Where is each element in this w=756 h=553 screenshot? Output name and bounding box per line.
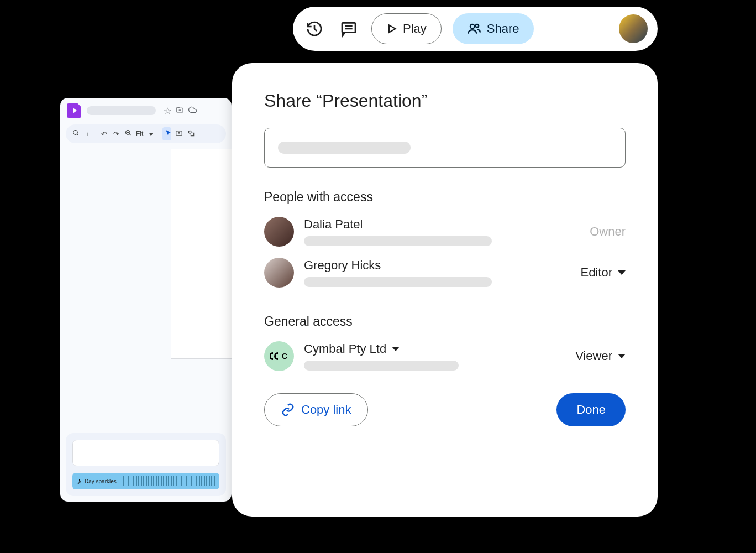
slide-canvas[interactable]	[171, 149, 232, 359]
audio-track-label: Day sparkles	[85, 478, 117, 484]
dialog-title: Share “Presentation”	[264, 91, 626, 111]
doc-title-placeholder[interactable]	[87, 106, 156, 115]
svg-rect-8	[342, 23, 355, 32]
person-name: Dalia Patel	[304, 217, 580, 232]
move-folder-icon[interactable]	[176, 106, 184, 116]
email-placeholder	[304, 277, 492, 287]
star-icon[interactable]: ☆	[164, 106, 171, 116]
toolbar-divider	[159, 129, 159, 139]
play-label: Play	[403, 22, 427, 36]
play-icon	[386, 23, 397, 34]
share-people-icon	[467, 22, 481, 36]
svg-text:C: C	[282, 352, 287, 361]
share-button[interactable]: Share	[453, 13, 534, 44]
app-toolbar: + ↶ ↷ Fit ▾	[66, 124, 226, 143]
svg-point-11	[476, 24, 479, 27]
role-dropdown[interactable]: Viewer	[575, 349, 626, 363]
chevron-down-icon	[392, 347, 400, 351]
role-label: Editor	[581, 265, 612, 280]
done-label: Done	[576, 403, 606, 417]
music-note-icon: ♪	[77, 476, 81, 486]
person-avatar	[264, 258, 294, 288]
email-placeholder	[304, 236, 492, 246]
general-access-header: General access	[264, 314, 626, 329]
svg-point-0	[73, 131, 77, 135]
done-button[interactable]: Done	[556, 393, 626, 426]
undo-icon[interactable]: ↶	[99, 130, 108, 138]
org-description-placeholder	[304, 361, 459, 371]
app-logo-icon	[67, 103, 81, 118]
redo-icon[interactable]: ↷	[112, 130, 120, 138]
play-button[interactable]: Play	[371, 13, 442, 44]
top-toolbar: Play Share	[293, 7, 658, 51]
comments-button[interactable]	[337, 17, 360, 40]
person-avatar	[264, 217, 294, 247]
toolbar-divider	[96, 129, 96, 139]
background-app-window: ☆ + ↶ ↷ Fit ▾	[60, 98, 232, 502]
zoom-out-icon[interactable]	[124, 129, 133, 138]
cursor-icon[interactable]	[162, 127, 171, 140]
user-avatar[interactable]	[619, 14, 648, 43]
svg-line-4	[129, 134, 131, 135]
waveform-icon	[120, 476, 215, 486]
timeline-input[interactable]	[72, 440, 219, 466]
person-row: Dalia Patel Owner	[264, 217, 626, 247]
copy-link-button[interactable]: Copy link	[264, 393, 368, 426]
svg-point-10	[470, 24, 475, 29]
shapes-icon[interactable]	[187, 129, 196, 139]
role-label: Viewer	[575, 349, 612, 363]
org-name-dropdown[interactable]: Cymbal Pty Ltd	[304, 342, 565, 356]
role-dropdown[interactable]: Editor	[581, 265, 626, 280]
chevron-down-icon[interactable]: ▾	[146, 130, 155, 138]
person-row: Gregory Hicks Editor	[264, 258, 626, 288]
bottom-panel: ♪ Day sparkles	[66, 433, 226, 496]
svg-marker-9	[389, 25, 396, 32]
org-row: C Cymbal Pty Ltd Viewer	[264, 341, 626, 371]
textbox-icon[interactable]	[175, 129, 183, 139]
chevron-down-icon	[618, 270, 626, 275]
org-logo-icon: C	[264, 341, 294, 371]
person-name: Gregory Hicks	[304, 258, 571, 273]
svg-line-1	[77, 134, 78, 135]
share-label: Share	[487, 22, 519, 36]
org-name: Cymbal Pty Ltd	[304, 342, 386, 356]
input-placeholder	[278, 142, 411, 154]
share-dialog: Share “Presentation” People with access …	[232, 63, 658, 517]
app-titlebar: ☆	[60, 98, 232, 123]
copy-link-label: Copy link	[301, 403, 351, 417]
svg-rect-7	[191, 133, 194, 135]
people-access-header: People with access	[264, 190, 626, 205]
search-icon[interactable]	[71, 129, 80, 138]
zoom-level[interactable]: Fit	[136, 130, 143, 138]
chevron-down-icon	[618, 354, 626, 358]
history-button[interactable]	[303, 17, 326, 40]
audio-track[interactable]: ♪ Day sparkles	[72, 473, 219, 489]
cloud-status-icon[interactable]	[188, 106, 197, 116]
role-owner: Owner	[590, 225, 626, 239]
add-icon[interactable]: +	[83, 130, 92, 138]
link-icon	[281, 403, 295, 416]
add-people-input[interactable]	[264, 128, 626, 168]
